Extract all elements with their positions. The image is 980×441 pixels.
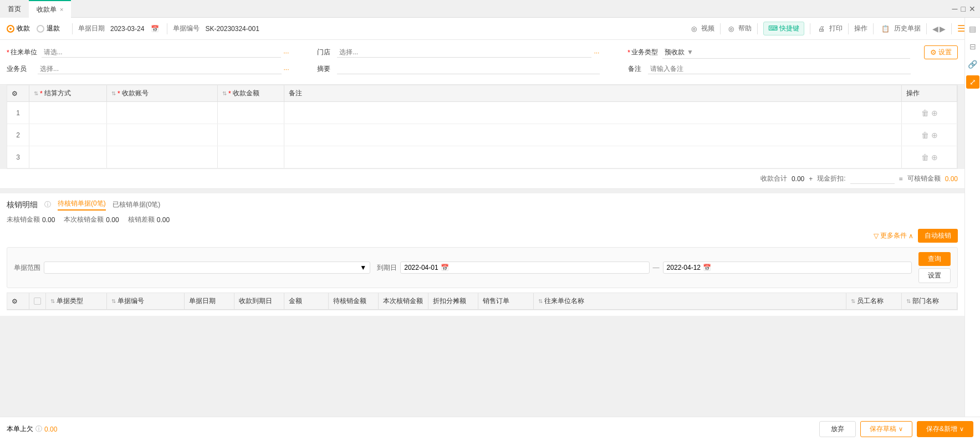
pending-tab[interactable]: 待核销单据(0笔)	[58, 199, 106, 211]
save-draft-button[interactable]: 保存草稿 ∨	[860, 421, 912, 437]
history-icon[interactable]: 📋	[879, 24, 892, 34]
sidebar-table-icon[interactable]: ▤	[966, 22, 979, 35]
this-order-value: 0.00	[44, 425, 57, 433]
form-row-1: * 往来单位 ··· 门店 ··· * 业务类型 预收款 ▼	[7, 45, 958, 59]
select-all-checkbox[interactable]	[34, 298, 41, 305]
sidebar-expand-icon[interactable]: ⤢	[966, 75, 979, 89]
partner-required: *	[7, 49, 9, 57]
settings-label: 设置	[938, 48, 952, 57]
save-new-button[interactable]: 保存&新增 ∨	[917, 421, 973, 437]
refund-radio[interactable]: 退款	[37, 24, 60, 33]
summary-input[interactable]	[337, 64, 600, 74]
shop-input[interactable]	[337, 47, 591, 58]
staff-input[interactable]	[38, 64, 282, 74]
row-2-remark[interactable]	[284, 124, 902, 146]
abandon-button[interactable]: 放弃	[819, 421, 856, 437]
tab-bar: 首页 收款单 × ─ □ ✕	[0, 0, 980, 18]
sidebar-list-icon[interactable]: ⊟	[966, 40, 979, 53]
minimize-icon[interactable]: ─	[952, 4, 958, 13]
main-toolbar: 收款 退款 单据日期 2023-03-24 📅 单据编号 SK-20230324…	[0, 18, 980, 40]
query-button[interactable]: 查询	[918, 252, 951, 266]
print-icon[interactable]: 🖨	[816, 24, 827, 34]
divider-7	[873, 23, 874, 34]
row-1-settlement[interactable]	[29, 102, 107, 124]
row-1-copy-icon[interactable]: ⊕	[931, 109, 938, 117]
row-3-amount[interactable]	[218, 146, 284, 168]
date-separator: —	[653, 264, 660, 271]
row-1-amount[interactable]	[218, 102, 284, 124]
verify-toolbar: ▽ 更多条件 ∧ 自动核销	[7, 229, 958, 243]
date-to-input[interactable]: 2022-04-12 📅	[663, 261, 912, 274]
video-label: 视频	[701, 24, 714, 33]
tab-close-icon[interactable]: ×	[60, 1, 63, 18]
next-arrow[interactable]: ▶	[940, 24, 946, 33]
main-content: * 往来单位 ··· 门店 ··· * 业务类型 预收款 ▼	[0, 40, 964, 439]
more-conditions-btn[interactable]: ▽ 更多条件 ∧	[874, 231, 913, 240]
bth-settings[interactable]: ⚙	[7, 293, 29, 309]
bth-bill-no: ⇅ 单据编号	[107, 293, 185, 309]
row-3-settlement[interactable]	[29, 146, 107, 168]
this-order-info-icon[interactable]: ⓘ	[35, 424, 42, 434]
this-order-label: 本单上欠	[7, 424, 33, 434]
partner-label: 往来单位	[11, 48, 42, 57]
row-2-settlement[interactable]	[29, 124, 107, 146]
filter-actions: 查询 设置	[918, 252, 951, 283]
row-3-remark[interactable]	[284, 146, 902, 168]
discount-input[interactable]	[850, 173, 895, 184]
shop-more-icon[interactable]: ···	[594, 49, 599, 57]
number-label: 单据编号	[173, 24, 200, 33]
date-picker-icon[interactable]: 📅	[149, 24, 161, 34]
summary-field: 摘要	[317, 64, 600, 74]
tab-current[interactable]: 收款单 ×	[29, 0, 71, 18]
bth-staff: ⇅ 员工名称	[846, 293, 902, 309]
row-1-delete-icon[interactable]: 🗑	[921, 109, 929, 117]
row-2-copy-icon[interactable]: ⊕	[931, 131, 938, 140]
divider-1	[72, 23, 73, 34]
row-1-account[interactable]	[107, 102, 218, 124]
verify-title: 核销明细	[7, 200, 38, 210]
biz-type-select[interactable]: 预收款 ▼	[662, 47, 910, 59]
receipt-table: ⚙ ⇅ * 结算方式 ⇅ * 收款账号 ⇅ * 收款金额 备注 操作	[7, 85, 958, 169]
uncancelled-label: 未核销金额	[7, 215, 40, 224]
row-3-copy-icon[interactable]: ⊕	[931, 153, 938, 162]
partner-input[interactable]	[42, 47, 282, 58]
receipt-radio[interactable]: 收款	[7, 24, 30, 33]
staff-more-icon[interactable]: ···	[284, 65, 289, 73]
maximize-icon[interactable]: □	[961, 4, 966, 13]
settings-button[interactable]: ⚙ 设置	[924, 45, 958, 59]
video-icon[interactable]: ◎	[689, 24, 699, 34]
available-label: 可核销金额	[907, 174, 941, 183]
save-draft-label: 保存草稿	[870, 424, 896, 434]
row-3-delete-icon[interactable]: 🗑	[921, 153, 929, 162]
date-from-input[interactable]: 2022-04-01 📅	[400, 261, 649, 274]
partner-more-icon[interactable]: ···	[283, 49, 289, 57]
list-view-icon[interactable]: ☰	[957, 23, 965, 34]
row-2-account[interactable]	[107, 124, 218, 146]
sidebar-link-icon[interactable]: 🔗	[966, 58, 979, 71]
bill-range-label: 单据范围	[14, 263, 40, 273]
bill-range-select[interactable]: ▼	[44, 261, 370, 274]
verify-header: 核销明细 ⓘ 待核销单据(0笔) 已核销单据(0笔)	[7, 199, 958, 211]
diff-stat: 核销差额 0.00	[128, 215, 170, 224]
biz-type-label: 业务类型	[631, 48, 662, 57]
row-2-delete-icon[interactable]: 🗑	[921, 131, 929, 140]
row-1-remark[interactable]	[284, 102, 902, 124]
verify-info-icon[interactable]: ⓘ	[44, 200, 51, 209]
remark-input[interactable]	[648, 64, 911, 74]
row-2-amount[interactable]	[218, 124, 284, 146]
th-settings[interactable]: ⚙	[7, 85, 29, 101]
prev-arrow[interactable]: ◀	[932, 24, 938, 33]
nav-arrows: ◀ ▶	[932, 24, 946, 33]
auto-verify-button[interactable]: 自动核销	[918, 229, 958, 243]
row-3-account[interactable]	[107, 146, 218, 168]
th-amount: ⇅ * 收款金额	[218, 85, 284, 101]
done-tab[interactable]: 已核销单据(0笔)	[113, 200, 161, 209]
shortcut-btn[interactable]: ⌨ 快捷键	[763, 22, 804, 35]
tab-bar-actions: ─ □ ✕	[952, 4, 980, 13]
table-header: ⚙ ⇅ * 结算方式 ⇅ * 收款账号 ⇅ * 收款金额 备注 操作	[7, 85, 957, 102]
filter-settings-button[interactable]: 设置	[918, 268, 951, 283]
help-icon[interactable]: ◎	[726, 24, 736, 34]
close-icon[interactable]: ✕	[969, 4, 976, 13]
tab-home[interactable]: 首页	[0, 0, 29, 18]
operation-label[interactable]: 操作	[854, 24, 867, 33]
